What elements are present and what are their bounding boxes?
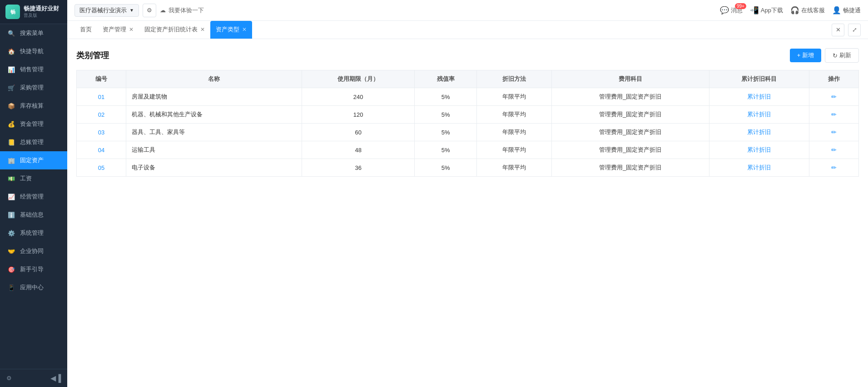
settings-button[interactable]: ⚙ <box>143 4 156 17</box>
table-row: 04 运输工具 48 5% 年限平均 管理费用_固定资产折旧 累计折旧 ✏ <box>77 141 859 159</box>
sidebar-item-guide[interactable]: 🎯 新手引导 <box>0 260 67 278</box>
cell-name: 电子设备 <box>126 159 302 177</box>
tabs-bar: 首页 资产管理 ✕ 固定资产折旧统计表 ✕ 资产类型 ✕ ✕ ⤢ <box>67 21 868 39</box>
cell-period: 48 <box>302 141 415 159</box>
online-service-label: 在线客服 <box>801 6 825 15</box>
tab-asset-mgmt-close[interactable]: ✕ <box>129 26 134 33</box>
tab-asset-type[interactable]: 资产类型 ✕ <box>210 21 252 39</box>
page-actions: + 新增 ↻ 刷新 <box>790 48 859 63</box>
cell-expense: 管理费用_固定资产折旧 <box>551 159 709 177</box>
sidebar-item-label: 经营管理 <box>20 193 44 201</box>
wage-icon: 💵 <box>7 174 15 183</box>
cell-period: 36 <box>302 159 415 177</box>
search-icon: 🔍 <box>7 29 15 37</box>
box-icon: 📦 <box>7 102 15 110</box>
experience-button[interactable]: ☁ 我要体验一下 <box>160 6 204 15</box>
new-button[interactable]: + 新增 <box>790 49 821 62</box>
table-body: 01 房屋及建筑物 240 5% 年限平均 管理费用_固定资产折旧 累计折旧 ✏… <box>77 88 859 177</box>
tab-expand-button[interactable]: ⤢ <box>848 24 861 36</box>
sidebar-item-label: 系统管理 <box>20 229 44 237</box>
user-icon: 👤 <box>832 6 841 15</box>
cell-name: 器具、工具、家具等 <box>126 124 302 141</box>
edit-icon[interactable]: ✏ <box>831 93 837 100</box>
cell-accumulated: 累计折旧 <box>709 141 809 159</box>
page-header: 类别管理 + 新增 ↻ 刷新 <box>76 48 859 63</box>
cell-period: 240 <box>302 88 415 106</box>
page-title: 类别管理 <box>76 50 109 61</box>
col-period: 使用期限（月） <box>302 70 415 88</box>
app-center-icon: 📱 <box>7 283 15 292</box>
edit-icon[interactable]: ✏ <box>831 111 837 118</box>
chevron-down-icon: ▼ <box>129 8 134 13</box>
tab-asset-type-label: 资产类型 <box>216 25 239 34</box>
sidebar-item-label: 采购管理 <box>20 84 44 92</box>
sidebar-item-app-center[interactable]: 📱 应用中心 <box>0 278 67 297</box>
home-icon: 🏠 <box>7 47 15 55</box>
cell-action: ✏ <box>809 124 858 141</box>
settings-gear-icon[interactable]: ⚙ <box>6 375 12 382</box>
main-content: 医疗器械行业演示 ▼ ⚙ ☁ 我要体验一下 💬 消息 99+ 📲 App下载 <box>67 0 868 387</box>
gear-icon: ⚙ <box>147 7 152 14</box>
col-id: 编号 <box>77 70 126 88</box>
building-icon: 🏢 <box>7 156 15 164</box>
sidebar-item-ledger[interactable]: 📒 总账管理 <box>0 133 67 151</box>
refresh-button[interactable]: ↻ 刷新 <box>825 48 859 63</box>
sidebar-item-label: 新手引导 <box>20 265 44 273</box>
sidebar-item-label: 资金管理 <box>20 120 44 128</box>
sidebar-item-label: 应用中心 <box>20 283 44 292</box>
sidebar-item-operations[interactable]: 📈 经营管理 <box>0 188 67 206</box>
table-row: 03 器具、工具、家具等 60 5% 年限平均 管理费用_固定资产折旧 累计折旧… <box>77 124 859 141</box>
sidebar-item-system[interactable]: ⚙️ 系统管理 <box>0 224 67 242</box>
user-menu[interactable]: 👤 畅捷通 <box>832 6 861 15</box>
user-label: 畅捷通 <box>843 6 861 15</box>
tab-controls: ✕ ⤢ <box>832 24 861 36</box>
tab-fixed-asset-stat[interactable]: 固定资产折旧统计表 ✕ <box>139 21 210 39</box>
tab-asset-type-close[interactable]: ✕ <box>242 26 247 33</box>
content-area: 类别管理 + 新增 ↻ 刷新 编号 名称 使用期限（月） 残值率 折旧方法 费用… <box>67 39 868 387</box>
col-accumulated: 累计折旧科目 <box>709 70 809 88</box>
sidebar-header: 畅 畅捷通好业财 普及版 <box>0 0 67 24</box>
online-service-button[interactable]: 🎧 在线客服 <box>790 6 825 15</box>
sidebar-item-sales[interactable]: 📊 销售管理 <box>0 60 67 79</box>
tab-home[interactable]: 首页 <box>74 21 97 39</box>
sidebar-item-payroll[interactable]: 💵 工资 <box>0 169 67 188</box>
close-icon: ✕ <box>836 26 841 33</box>
tab-close-button[interactable]: ✕ <box>832 24 844 36</box>
sidebar-item-capital[interactable]: 💰 资金管理 <box>0 115 67 133</box>
table-header: 编号 名称 使用期限（月） 残值率 折旧方法 费用科目 累计折旧科目 操作 <box>77 70 859 88</box>
cell-id: 05 <box>77 159 126 177</box>
sidebar-item-cooperation[interactable]: 🤝 企业协同 <box>0 242 67 260</box>
cell-id: 03 <box>77 124 126 141</box>
cell-accumulated: 累计折旧 <box>709 124 809 141</box>
sidebar-item-basic-info[interactable]: ℹ️ 基础信息 <box>0 206 67 224</box>
cell-action: ✏ <box>809 88 858 106</box>
edit-icon[interactable]: ✏ <box>831 146 837 154</box>
sidebar-item-fixed-assets[interactable]: 🏢 固定资产 <box>0 151 67 169</box>
sidebar-item-purchase[interactable]: 🛒 采购管理 <box>0 79 67 97</box>
sidebar-footer: ⚙ ◀▐ <box>0 369 67 387</box>
sidebar-item-search[interactable]: 🔍 搜索菜单 <box>0 24 67 42</box>
app-download-button[interactable]: 📲 App下载 <box>750 6 783 15</box>
tab-fixed-asset-stat-close[interactable]: ✕ <box>200 26 205 33</box>
demo-selector[interactable]: 医疗器械行业演示 ▼ <box>74 4 139 17</box>
sidebar-item-quick-nav[interactable]: 🏠 快捷导航 <box>0 42 67 60</box>
cell-name: 机器、机械和其他生产设备 <box>126 106 302 124</box>
tab-asset-mgmt-label: 资产管理 <box>103 25 126 34</box>
app-download-label: App下载 <box>761 6 783 15</box>
edit-icon[interactable]: ✏ <box>831 164 837 171</box>
cell-method: 年限平均 <box>477 124 552 141</box>
table-row: 02 机器、机械和其他生产设备 120 5% 年限平均 管理费用_固定资产折旧 … <box>77 106 859 124</box>
settings-icon: ⚙️ <box>7 229 15 237</box>
sidebar-item-label: 基础信息 <box>20 211 44 219</box>
collapse-icon[interactable]: ◀▐ <box>50 374 61 382</box>
topnav: 医疗器械行业演示 ▼ ⚙ ☁ 我要体验一下 💬 消息 99+ 📲 App下载 <box>67 0 868 21</box>
cell-residual: 5% <box>415 106 477 124</box>
tab-asset-mgmt[interactable]: 资产管理 ✕ <box>97 21 139 39</box>
sidebar-item-inventory[interactable]: 📦 库存核算 <box>0 97 67 115</box>
messages-button[interactable]: 💬 消息 99+ <box>720 6 743 15</box>
ledger-icon: 📒 <box>7 138 15 146</box>
cell-method: 年限平均 <box>477 141 552 159</box>
cell-period: 120 <box>302 106 415 124</box>
cell-expense: 管理费用_固定资产折旧 <box>551 106 709 124</box>
edit-icon[interactable]: ✏ <box>831 129 837 136</box>
